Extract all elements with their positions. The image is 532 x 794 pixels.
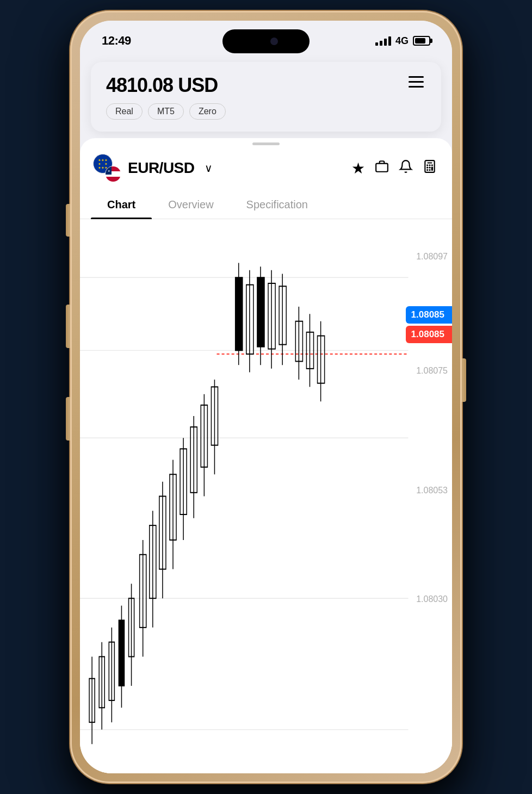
bid-price-badge: 1.08085 [406, 306, 452, 324]
dynamic-island [222, 29, 310, 53]
tag-mt5[interactable]: MT5 [148, 103, 184, 120]
account-card: 4810.08 USD Real MT5 Zero [91, 62, 441, 132]
tabs-container: Chart Overview Specification [80, 191, 452, 219]
currency-left: ✦✦✦✦ ✦✦✦✦ ★ [93, 154, 213, 182]
currency-header: ✦✦✦✦ ✦✦✦✦ ★ [80, 150, 452, 191]
account-info: 4810.08 USD Real MT5 Zero [106, 74, 406, 120]
network-type: 4G [395, 35, 409, 47]
status-time: 12:49 [102, 34, 131, 48]
svg-rect-45 [236, 277, 243, 350]
battery-icon [413, 36, 430, 46]
svg-rect-25 [119, 620, 124, 686]
candlestick-chart [80, 219, 452, 773]
hamburger-icon [409, 76, 424, 88]
us-flag: ★ [105, 166, 121, 182]
bottom-sheet: ✦✦✦✦ ✦✦✦✦ ★ [80, 138, 452, 773]
currency-pair-label[interactable]: EUR/USD [128, 159, 195, 177]
price-level-1: 1.08097 [416, 252, 448, 262]
price-badges: 1.08085 1.08085 [406, 306, 452, 343]
price-level-5: 1.08030 [416, 594, 448, 604]
ask-price-badge: 1.08085 [406, 326, 452, 343]
power-button[interactable] [462, 358, 466, 402]
volume-down-button[interactable] [66, 397, 70, 441]
tag-real[interactable]: Real [106, 103, 143, 120]
hamburger-line-2 [409, 81, 424, 83]
tab-specification[interactable]: Specification [230, 191, 324, 219]
signal-bars [375, 36, 391, 46]
mute-button[interactable] [66, 204, 70, 237]
briefcase-icon[interactable] [375, 159, 389, 177]
camera [270, 38, 278, 45]
signal-bar-1 [375, 42, 378, 46]
price-level-4: 1.08053 [416, 486, 448, 495]
drag-handle[interactable] [252, 142, 280, 145]
signal-bar-4 [388, 36, 391, 46]
hamburger-line-3 [409, 86, 424, 88]
svg-rect-0 [376, 163, 388, 171]
favorite-star-icon[interactable]: ★ [351, 159, 365, 177]
currency-flag: ✦✦✦✦ ✦✦✦✦ ★ [93, 154, 121, 182]
phone-frame: 12:49 4G 4810.08 USD [70, 11, 462, 783]
phone-screen: 12:49 4G 4810.08 USD [80, 21, 452, 773]
signal-bar-3 [384, 39, 387, 46]
status-right: 4G [375, 35, 430, 47]
currency-actions: ★ [351, 159, 437, 177]
hamburger-line-1 [409, 76, 424, 78]
chart-area: 1.08097 1.08075 1.08053 1.08030 1.080 [80, 219, 452, 773]
volume-up-button[interactable] [66, 305, 70, 348]
price-level-3: 1.08075 [416, 366, 448, 376]
account-tags: Real MT5 Zero [106, 103, 406, 120]
tab-overview[interactable]: Overview [152, 191, 230, 219]
bell-icon[interactable] [399, 159, 413, 177]
tab-chart[interactable]: Chart [91, 191, 152, 219]
menu-button[interactable] [406, 74, 426, 90]
svg-rect-49 [257, 277, 264, 346]
account-balance: 4810.08 USD [106, 74, 406, 97]
calculator-icon[interactable] [423, 159, 437, 177]
signal-bar-2 [380, 41, 382, 46]
battery-fill [415, 38, 425, 44]
tag-zero[interactable]: Zero [189, 103, 226, 120]
chevron-down-icon[interactable]: ∨ [205, 162, 213, 175]
